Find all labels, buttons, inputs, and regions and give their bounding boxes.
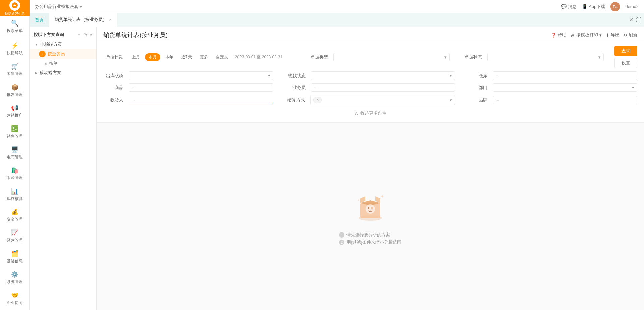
logo-svg: [11, 2, 18, 9]
collapse-icon: ⋀: [355, 111, 358, 116]
settlement-arrow: ▾: [450, 98, 452, 103]
tab-home[interactable]: 首页: [30, 13, 49, 27]
warehouse-label: 仓库: [467, 73, 487, 79]
tabbar-actions: ✕ ⛶: [626, 13, 644, 27]
help-icon: ❓: [551, 33, 556, 38]
basic-icon: 🗂️: [11, 250, 18, 257]
sidebar-item-purchase[interactable]: 🛍️ 采购管理: [0, 163, 30, 184]
date-btn-7days[interactable]: 近7天: [178, 53, 195, 61]
goods-dots: ···: [132, 85, 136, 90]
department-label: 部门: [467, 85, 487, 91]
empty-tip-1: 1 请先选择要分析的方案: [339, 232, 401, 238]
enterprise-label: 企业协同: [7, 300, 23, 306]
department-arrow: ▾: [632, 85, 634, 90]
sidebar-item-search[interactable]: 🔍 搜索菜单: [0, 16, 29, 37]
filter-area: 单据日期 上月 本月 本年 近7天 更多 自定义 2023-03-01 至 20…: [97, 42, 644, 123]
tree-item-by-salesman[interactable]: ✓ 按业务员: [30, 49, 96, 59]
sidebar-item-retail[interactable]: 🛒 零售管理: [0, 59, 30, 80]
print-dropdown-icon: ▾: [599, 33, 602, 38]
payment-status-label: 收款状态: [285, 73, 306, 79]
tab-sales-stats[interactable]: 销货单统计表（按业务员） ✕: [49, 13, 117, 27]
sidebar-item-basic[interactable]: 🗂️ 基础信息: [0, 247, 30, 267]
avatar[interactable]: Ea: [610, 2, 620, 11]
svg-text:✦: ✦: [357, 198, 360, 202]
purchase-icon: 🛍️: [11, 167, 18, 174]
tree-mobile-scheme[interactable]: ▶ 移动端方案: [30, 68, 96, 78]
salesman-label: 业务员: [285, 85, 306, 91]
brand-dots: ···: [496, 98, 499, 103]
message-icon: 💬: [561, 4, 567, 9]
topbar: 办公用品行业模拟账套 ▾ 💬 消息 📱 App下载 Ea demo2: [30, 0, 644, 13]
voucher-status-select[interactable]: ▾: [487, 53, 604, 61]
voucher-type-select[interactable]: ▾: [333, 53, 450, 61]
app-logo[interactable]: 畅捷通好生意: [0, 0, 30, 16]
home-tab-label: 首页: [35, 17, 44, 23]
tree-pc-scheme[interactable]: ▼ 电脑端方案: [30, 40, 96, 49]
tab-close-all-btn[interactable]: ✕: [629, 17, 633, 23]
template-print-btn[interactable]: 🖨 按模板打印 ▾: [571, 32, 602, 38]
goods-select[interactable]: ···: [129, 83, 273, 92]
sidebar-item-quicknav[interactable]: ⚡ 快捷导航: [0, 39, 30, 59]
sidebar-item-system[interactable]: ⚙️ 系统管理: [0, 267, 30, 288]
payment-status-select[interactable]: ▾: [311, 71, 455, 80]
settlement-label: 结算方式: [285, 97, 305, 103]
tab-fullscreen-btn[interactable]: ⛶: [636, 17, 641, 23]
company-dropdown-icon[interactable]: ▾: [80, 4, 82, 9]
consignee-input[interactable]: ···: [129, 96, 273, 104]
empty-state: ✦ ✦ 1 请先选择要分析的方案 2 用[过滤]条件来缩小分析范围: [97, 123, 644, 310]
message-btn[interactable]: 💬 消息: [561, 4, 577, 10]
content-area: 按以下方案查询 ＋ ✎ « ▼ 电脑端方案 ✓ 按业务员: [30, 27, 644, 310]
operations-icon: 📈: [11, 229, 18, 237]
settings-button[interactable]: 设置: [614, 58, 637, 68]
username-label: demo2: [625, 4, 639, 9]
export-label: 导出: [611, 32, 620, 38]
sidebar-item-operations[interactable]: 📈 经营管理: [0, 226, 30, 247]
refresh-btn[interactable]: ↺ 刷新: [624, 32, 637, 38]
sidebar-item-finance[interactable]: 💰 资金管理: [0, 205, 30, 226]
ecommerce-label: 电商管理: [7, 154, 23, 160]
tree-item-by-order[interactable]: ◈ 按单: [30, 59, 96, 68]
sidebar-item-enterprise[interactable]: 🤝 企业协同: [0, 288, 30, 309]
tip-num-1: 1: [339, 232, 344, 238]
date-btn-this-month[interactable]: 本月: [145, 53, 160, 61]
settlement-select[interactable]: × ▾: [310, 95, 455, 105]
sidebar-item-marketing[interactable]: 📢 营销推广: [0, 101, 30, 122]
export-btn[interactable]: ⬇ 导出: [606, 32, 620, 38]
svg-text:✦: ✦: [380, 194, 384, 199]
date-btn-more[interactable]: 更多: [197, 53, 211, 61]
out-status-select[interactable]: ▾: [129, 71, 273, 80]
download-icon: 📱: [582, 4, 587, 9]
export-icon: ⬇: [606, 33, 609, 38]
collapse-btn[interactable]: ⋀ 收起更多条件: [103, 108, 637, 118]
collapse-label: 收起更多条件: [360, 110, 386, 116]
voucher-status-label: 单据状态: [462, 54, 482, 60]
salesman-select[interactable]: ···: [311, 83, 455, 92]
filter-row-4: 收货人 ··· 结算方式 × ▾ 品牌 ···: [103, 95, 637, 105]
marketing-icon: 📢: [11, 104, 18, 112]
refresh-label: 刷新: [629, 32, 637, 38]
date-btn-custom[interactable]: 自定义: [213, 53, 231, 61]
department-select[interactable]: ▾: [493, 83, 637, 92]
tab-close-btn[interactable]: ✕: [109, 18, 112, 22]
help-btn[interactable]: ❓ 帮助: [551, 32, 567, 38]
query-button[interactable]: 查询: [614, 46, 637, 56]
page-header: 销货单统计表(按业务员) ❓ 帮助 🖨 按模板打印 ▾ ⬇ 导出: [97, 27, 644, 42]
edit-scheme-btn[interactable]: ✎: [84, 32, 88, 38]
purchase-label: 采购管理: [7, 175, 23, 181]
app-download-btn[interactable]: 📱 App下载: [582, 4, 605, 10]
system-label: 系统管理: [7, 279, 23, 285]
sidebar-item-sales[interactable]: 💹 销售管理: [0, 122, 30, 143]
voucher-type-label: 单据类型: [308, 54, 328, 60]
retail-label: 零售管理: [7, 71, 23, 77]
sidebar-item-ecommerce[interactable]: 🖥️ 电商管理: [0, 143, 30, 163]
date-btn-last-month[interactable]: 上月: [129, 53, 143, 61]
brand-select[interactable]: ···: [493, 96, 637, 104]
date-btn-this-year[interactable]: 本年: [162, 53, 176, 61]
add-scheme-btn[interactable]: ＋: [77, 32, 82, 38]
collapse-panel-btn[interactable]: «: [90, 32, 92, 38]
order-icon: ◈: [44, 61, 47, 66]
sidebar-item-wholesale[interactable]: 📦 批发管理: [0, 80, 30, 101]
warehouse-select[interactable]: ···: [493, 71, 637, 80]
operations-label: 经营管理: [7, 238, 23, 243]
sidebar-item-inventory[interactable]: 📊 库存核算: [0, 184, 30, 205]
